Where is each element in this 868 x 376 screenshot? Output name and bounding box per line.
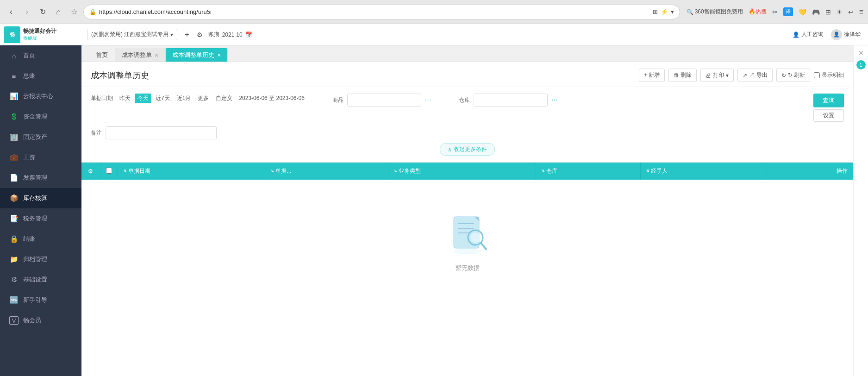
support-button[interactable]: 👤 人工咨询: [793, 31, 824, 38]
dropdown-arrow[interactable]: ▾: [671, 8, 674, 15]
date-separator: 至: [269, 95, 276, 101]
goods-input[interactable]: [347, 94, 421, 107]
home-button[interactable]: ⌂: [52, 6, 65, 19]
sidebar-item-ledger[interactable]: ≡ 总账: [0, 66, 81, 86]
settings-filter-button[interactable]: 设置: [813, 109, 844, 122]
date-to: 2023-06-06: [276, 95, 304, 101]
sidebar-item-reports[interactable]: 📊 云报表中心: [0, 86, 81, 107]
col-action-header: 操作: [767, 163, 853, 180]
col-date-header[interactable]: ⇅ 单据日期: [118, 163, 265, 180]
warehouse-input[interactable]: [474, 94, 548, 107]
tab-cost-history[interactable]: 成本调整单历史 ×: [165, 48, 228, 62]
back-button[interactable]: ‹: [5, 6, 18, 19]
panel-close-icon[interactable]: ✕: [858, 49, 864, 56]
print-button[interactable]: 🖨 打印 ▾: [700, 69, 734, 82]
tab-cost-history-label: 成本调整单历史: [172, 51, 214, 59]
reload-button[interactable]: ↻: [36, 6, 49, 19]
sidebar-item-home[interactable]: ⌂ 首页: [0, 45, 81, 66]
wallet-icon[interactable]: 💛: [799, 8, 806, 16]
export-label: ↗ 导出: [749, 71, 767, 79]
col-warehouse-header[interactable]: ⇅ 仓库: [536, 163, 641, 180]
sidebar-item-assets[interactable]: 🏢 固定资产: [0, 127, 81, 147]
col-biztype-header[interactable]: ⇅ 业务类型: [388, 163, 536, 180]
warehouse-more-icon[interactable]: ···: [551, 96, 557, 104]
select-all-checkbox[interactable]: [106, 168, 112, 174]
show-columns-checkbox[interactable]: 显示明细: [814, 71, 844, 79]
star-button[interactable]: ☆: [68, 6, 81, 19]
lock-icon: 🔒: [89, 9, 96, 15]
date-range-display: 2023-06-06 至 2023-06-06: [239, 94, 304, 102]
sidebar-item-member[interactable]: V 畅会员: [0, 310, 81, 331]
goods-more-icon[interactable]: ···: [425, 96, 431, 104]
sidebar-item-inventory[interactable]: 📦 库存核算: [0, 188, 81, 208]
user-info[interactable]: 👤 徐泽华: [831, 29, 861, 40]
date-tab-custom[interactable]: 自定义: [213, 94, 235, 103]
add-tab-button[interactable]: +: [183, 31, 191, 39]
col-checkbox-header[interactable]: [100, 163, 118, 180]
collapse-button[interactable]: ∧ 收起更多条件: [440, 143, 495, 156]
tab-cost-adjustment[interactable]: 成本调整单 ×: [115, 48, 165, 62]
new-button[interactable]: + 新增: [639, 69, 665, 82]
scissors-icon[interactable]: ✂: [772, 8, 778, 16]
game-icon[interactable]: 🎮: [812, 8, 820, 16]
sidebar-item-tax[interactable]: 📑 税务管理: [0, 208, 81, 229]
sort-up-icon: ⇅: [124, 169, 127, 173]
app-logo: 畅 畅捷通好会计 旗舰版: [0, 26, 81, 43]
date-tab-today[interactable]: 今天: [135, 94, 151, 103]
user-avatar: 👤: [831, 29, 842, 40]
export-button[interactable]: ↗ ↗ 导出: [737, 69, 772, 82]
address-bar[interactable]: 🔒 https://cloud.chanjet.com/accounting/u…: [83, 5, 680, 19]
tab-home[interactable]: 首页: [89, 48, 115, 62]
col-operator-header[interactable]: ⇅ 经手人: [641, 163, 767, 180]
sidebar-label-invoice: 发票管理: [23, 174, 47, 182]
sidebar-item-archive[interactable]: 📁 归档管理: [0, 249, 81, 269]
period-info: 账期 2021-10 📅: [208, 31, 252, 38]
settings-icon[interactable]: ⚙: [197, 31, 203, 38]
col-number-header[interactable]: ⇅ 单据...: [265, 163, 388, 180]
show-columns-input[interactable]: [814, 72, 820, 78]
inventory-icon: 📦: [9, 194, 19, 202]
base-settings-icon: ⚙: [9, 276, 19, 284]
tab-cost-history-close[interactable]: ×: [217, 51, 221, 59]
sidebar-item-guide[interactable]: 🆕 新手引导: [0, 290, 81, 310]
date-tab-1month[interactable]: 近1月: [174, 94, 194, 103]
sidebar-label-closing: 结账: [23, 235, 35, 243]
sidebar-item-invoice[interactable]: 📄 发票管理: [0, 168, 81, 188]
menu-icon[interactable]: ≡: [859, 8, 863, 16]
date-tab-7days[interactable]: 近7天: [153, 94, 173, 103]
period-label: 账期: [208, 31, 219, 38]
sidebar-label-funds: 资金管理: [23, 113, 47, 121]
sidebar-item-closing[interactable]: 🔒 结账: [0, 229, 81, 249]
date-tab-more[interactable]: 更多: [195, 94, 212, 103]
empty-state: 暂无数据: [81, 207, 853, 272]
refresh-button[interactable]: ↻ ↻ 刷新: [776, 69, 810, 82]
undo-icon[interactable]: ↩: [848, 8, 854, 16]
svg-line-7: [481, 243, 486, 249]
sidebar-label-guide: 新手引导: [23, 296, 47, 304]
tab-cost-adjustment-close[interactable]: ×: [155, 51, 158, 59]
print-label: 打印: [713, 71, 724, 79]
delete-button[interactable]: 🗑 删除: [668, 69, 697, 82]
note-input[interactable]: [106, 126, 217, 139]
company-selector[interactable]: (勿删勿禁用) 江西服宝测试专用 ▾: [87, 29, 177, 40]
hot-search[interactable]: 🔥热搜: [749, 8, 767, 16]
calendar-icon[interactable]: 📅: [245, 31, 252, 38]
translate-icon[interactable]: 译: [783, 7, 793, 16]
sidebar-item-funds[interactable]: 💲 资金管理: [0, 107, 81, 127]
sidebar-item-base-settings[interactable]: ⚙ 基础设置: [0, 269, 81, 290]
col-settings-header[interactable]: ⚙: [81, 163, 100, 180]
print-dropdown-icon: ▾: [726, 72, 729, 79]
query-button[interactable]: 查询: [813, 94, 844, 107]
forward-button[interactable]: ›: [20, 6, 33, 19]
url-text: https://cloud.chanjet.com/accounting/uru…: [99, 8, 650, 15]
brightness-icon[interactable]: ☀: [837, 8, 843, 16]
sidebar-item-salary[interactable]: 💼 工资: [0, 147, 81, 168]
app-header: 畅 畅捷通好会计 旗舰版 (勿删勿禁用) 江西服宝测试专用 ▾ + ⚙ 账期 2…: [0, 24, 868, 45]
svg-point-0: [454, 249, 481, 254]
date-tab-yesterday[interactable]: 昨天: [117, 94, 133, 103]
sidebar: ⌂ 首页 ≡ 总账 📊 云报表中心 💲 资金管理 🏢 固定资产 💼: [0, 45, 81, 376]
apps-icon[interactable]: ⊞: [825, 8, 831, 16]
search-tool[interactable]: 🔍 360智能抠图免费用: [687, 8, 743, 16]
notification-badge[interactable]: 1: [856, 60, 866, 69]
page-title: 成本调整单历史: [91, 70, 149, 81]
